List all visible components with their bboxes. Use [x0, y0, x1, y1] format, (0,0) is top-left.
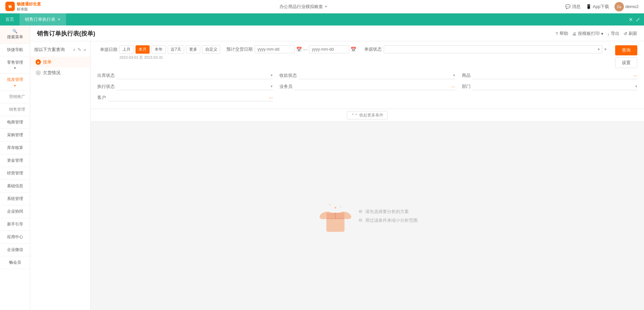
page-header: 销售订单执行表(按单) ? 帮助 🖨 按模板打印 ▾ ↓ 导出 — [30, 25, 644, 41]
collapse-scheme-icon[interactable]: « — [84, 47, 86, 52]
scheme-item-欠货情况[interactable]: ○ 欠货情况 — [30, 67, 90, 78]
app-download-btn[interactable]: 📱 App下载 — [586, 4, 609, 10]
template-print-btn[interactable]: 🖨 按模板打印 ▾ — [572, 31, 603, 37]
refresh-icon: ↺ — [624, 31, 627, 36]
nav-tabs: 首页 销售订单执行表 ✕ ✕ ⤢ — [0, 13, 644, 25]
message-btn[interactable]: 💬 消息 — [565, 4, 581, 10]
dept-label: 部门 — [462, 84, 471, 90]
salesman-dots-icon[interactable]: ··· — [451, 84, 455, 89]
nav-dropdown-arrow: ▾ — [325, 4, 327, 9]
scheme-item-按单[interactable]: ● 按单 — [30, 57, 90, 67]
date-btn-this-month[interactable]: 本月 — [136, 45, 150, 54]
expected-delivery-end[interactable] — [309, 45, 349, 53]
sidebar-item-operations[interactable]: 经营管理 — [0, 167, 30, 180]
sidebar-item-quicknav[interactable]: 快捷导航 — [0, 44, 30, 56]
user-btn[interactable]: Ea demo2 — [614, 2, 639, 11]
scheme-dot-active: ● — [36, 59, 41, 65]
print-arrow-icon: ▾ — [601, 31, 603, 36]
empty-text: ❶ 请先选择要分析的方案 ❷ 用过滤条件来缩小分析范围 — [359, 207, 418, 225]
sidebar-item-basic[interactable]: 基础信息 — [0, 180, 30, 193]
calendar-start-icon[interactable]: 📅 — [296, 47, 302, 52]
search-action-col: 查询 设置 — [615, 45, 637, 68]
collapse-icon: ⌃⌃ — [351, 113, 358, 118]
sidebar: 🔍 搜索菜单 快捷导航 零售管理 ▾ 批发管理 ▴ 营销推广 销售管理 电商管理… — [0, 25, 30, 310]
collection-input-wrap: ▾ — [299, 71, 455, 79]
execution-cell: 执行状态 ▾ — [97, 83, 273, 90]
sidebar-item-marketing[interactable]: 营销推广 — [0, 91, 30, 103]
tab-sales-exec[interactable]: 销售订单执行表 ✕ — [19, 13, 66, 25]
scheme-sidebar: 按以下方案查询 + ✎ « ● 按单 ○ 欠货情况 — [30, 41, 91, 310]
empty-illustration: ✦ ✦ ✦ — [317, 199, 351, 233]
sidebar-item-system[interactable]: 系统管理 — [0, 193, 30, 205]
sidebar-item-inventory[interactable]: 库存核算 — [0, 142, 30, 154]
date-btn-7days[interactable]: 近7天 — [168, 45, 184, 54]
svg-text:畅: 畅 — [8, 5, 12, 8]
goods-label: 商品 — [462, 72, 471, 79]
sidebar-item-retail[interactable]: 零售管理 ▾ — [0, 56, 30, 73]
status-select[interactable] — [384, 45, 602, 53]
page-actions: ? 帮助 🖨 按模板打印 ▾ ↓ 导出 ↺ 刷新 — [555, 31, 637, 37]
refresh-btn[interactable]: ↺ 刷新 — [624, 31, 637, 37]
sidebar-item-apps[interactable]: 应用中心 — [0, 231, 30, 244]
date-btn-this-year[interactable]: 本年 — [152, 45, 166, 54]
export-btn[interactable]: ↓ 导出 — [607, 31, 620, 37]
date-btn-more[interactable]: 更多 — [186, 45, 200, 54]
goods-dots-icon[interactable]: ··· — [633, 73, 637, 78]
tab-minimize-btn[interactable]: ✕ — [629, 16, 633, 23]
salesman-input[interactable] — [294, 83, 455, 90]
tab-close-icon[interactable]: ✕ — [57, 17, 61, 22]
collapse-row: ⌃⌃ 收起更多条件 — [91, 109, 644, 122]
collapse-btn[interactable]: ⌃⌃ 收起更多条件 — [347, 111, 388, 119]
filter-container: 单据日期 上月 本月 本年 近7天 更多 自定义 2023-03-01 至 20… — [91, 41, 644, 310]
customer-dots-icon[interactable]: ··· — [269, 95, 273, 100]
help-btn[interactable]: ? 帮助 — [555, 31, 568, 37]
status-dropdown-arrow: ▾ — [604, 47, 606, 52]
svg-text:Ea: Ea — [617, 5, 622, 9]
scheme-list: ● 按单 ○ 欠货情况 — [30, 55, 90, 80]
goods-input[interactable] — [473, 71, 637, 79]
salesman-input-wrap: ··· — [294, 83, 455, 90]
filter-row-2: 出库状态 ▾ 收款状态 — [97, 71, 637, 79]
sidebar-item-search[interactable]: 🔍 搜索菜单 — [0, 25, 30, 44]
sidebar-item-member[interactable]: 畅会员 — [0, 256, 30, 269]
status-label: 单据状态 — [362, 46, 382, 52]
status-select-wrap — [384, 45, 602, 53]
outbound-label: 出库状态 — [97, 72, 115, 79]
outbound-select[interactable] — [117, 71, 273, 79]
date-btn-custom[interactable]: 自定义 — [202, 45, 220, 54]
dept-select[interactable] — [473, 83, 637, 90]
dept-cell: 部门 ▾ — [462, 83, 637, 90]
filter-top: 单据日期 上月 本月 本年 近7天 更多 自定义 2023-03-01 至 20… — [91, 41, 644, 109]
outbound-input-wrap: ▾ — [117, 71, 273, 79]
logo-text: 畅捷通好生意 标准版 — [17, 2, 41, 12]
edit-scheme-icon[interactable]: ✎ — [77, 47, 82, 52]
top-bar-left: 畅 畅捷通好生意 标准版 — [5, 2, 41, 12]
top-bar: 畅 畅捷通好生意 标准版 办公用品行业模拟账套 ▾ 💬 消息 📱 App下载 E… — [0, 0, 644, 13]
empty-svg: ✦ ✦ ✦ — [317, 199, 354, 236]
expected-delivery-start[interactable] — [255, 45, 295, 53]
sidebar-item-enterprise[interactable]: 企业协同 — [0, 205, 30, 218]
add-scheme-icon[interactable]: + — [73, 47, 75, 52]
print-icon: 🖨 — [572, 31, 577, 36]
empty-hint-2: ❷ 用过滤条件来缩小分析范围 — [359, 216, 418, 225]
execution-select[interactable] — [117, 83, 273, 90]
date-btn-last-month[interactable]: 上月 — [119, 45, 133, 54]
calendar-end-icon[interactable]: 📅 — [351, 47, 356, 52]
sidebar-item-finance[interactable]: 资金管理 — [0, 154, 30, 167]
sidebar-item-purchase[interactable]: 采购管理 — [0, 129, 30, 142]
nav-dropdown[interactable]: 办公用品行业模拟账套 ▾ — [279, 4, 327, 10]
search-button[interactable]: 查询 — [615, 45, 637, 55]
sidebar-item-wholesale[interactable]: 批发管理 ▴ — [0, 73, 30, 91]
tab-home[interactable]: 首页 — [0, 13, 19, 25]
sidebar-item-ecommerce[interactable]: 电商管理 — [0, 116, 30, 129]
settings-button[interactable]: 设置 — [615, 57, 637, 68]
execution-label: 执行状态 — [97, 84, 115, 90]
customer-input[interactable] — [108, 94, 273, 101]
sidebar-item-wechat[interactable]: 企业微信 — [0, 244, 30, 256]
collection-select[interactable] — [299, 71, 455, 79]
scheme-icons: + ✎ « — [73, 47, 86, 52]
sidebar-item-newbie[interactable]: 新手引导 — [0, 218, 30, 231]
sidebar-item-sales[interactable]: 销售管理 — [0, 103, 30, 116]
dept-input-wrap: ▾ — [473, 83, 637, 90]
tab-maximize-btn[interactable]: ⤢ — [636, 16, 640, 23]
